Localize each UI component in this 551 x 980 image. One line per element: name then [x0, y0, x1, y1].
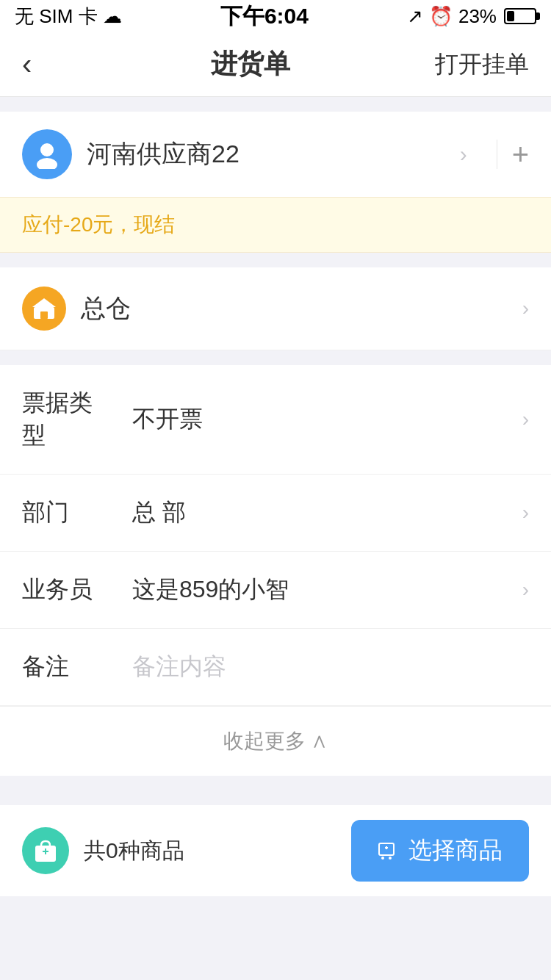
salesperson-value: 这是859的小智 — [110, 574, 522, 606]
notice-text: 应付-20元，现结 — [22, 213, 175, 236]
remark-placeholder: 备注内容 — [110, 651, 529, 683]
department-label: 部门 — [22, 497, 110, 529]
svg-point-11 — [381, 857, 384, 860]
form-section: 票据类型 不开票 › 部门 总 部 › 业务员 这是859的小智 › 备注 备注… — [0, 365, 551, 776]
status-left: 无 SIM 卡 ☁ — [15, 4, 122, 29]
alarm-icon: ⏰ — [429, 5, 453, 28]
supplier-row[interactable]: 河南供应商22 › + — [0, 112, 551, 197]
remark-row[interactable]: 备注 备注内容 — [0, 629, 551, 706]
supplier-section: 河南供应商22 › + 应付-20元，现结 — [0, 112, 551, 253]
battery-percent: 23% — [458, 5, 497, 28]
collapse-button[interactable]: 收起更多 ∧ — [223, 727, 328, 755]
svg-point-0 — [40, 143, 54, 156]
department-chevron-icon: › — [522, 501, 529, 525]
invoice-type-label: 票据类型 — [22, 387, 110, 452]
department-row[interactable]: 部门 总 部 › — [0, 475, 551, 552]
shopping-bag-icon — [32, 837, 60, 865]
goods-count-text: 共0种商品 — [84, 836, 351, 866]
vertical-divider — [497, 140, 497, 169]
battery-icon — [504, 8, 536, 24]
invoice-type-chevron-icon: › — [522, 408, 529, 431]
warehouse-icon — [31, 295, 57, 322]
remark-label: 备注 — [22, 651, 110, 683]
nav-bar: ‹ 进货单 打开挂单 — [0, 32, 551, 97]
section-divider-3 — [0, 350, 551, 365]
open-pending-button[interactable]: 打开挂单 — [435, 48, 529, 81]
supplier-name: 河南供应商22 — [87, 137, 460, 171]
svg-point-1 — [37, 158, 57, 169]
salesperson-row[interactable]: 业务员 这是859的小智 › — [0, 552, 551, 629]
add-supplier-button[interactable]: + — [512, 138, 529, 171]
select-goods-label: 选择商品 — [408, 835, 503, 867]
user-icon — [32, 140, 62, 169]
status-bar: 无 SIM 卡 ☁ 下午6:04 ↗ ⏰ 23% — [0, 0, 551, 32]
back-button[interactable]: ‹ — [22, 48, 66, 81]
supplier-avatar — [22, 129, 72, 179]
notice-bar: 应付-20元，现结 — [0, 197, 551, 253]
svg-marker-3 — [32, 298, 56, 307]
section-divider-1 — [0, 97, 551, 112]
warehouse-label: 总仓 — [81, 292, 522, 325]
invoice-type-row[interactable]: 票据类型 不开票 › — [0, 365, 551, 475]
status-time: 下午6:04 — [220, 1, 309, 32]
salesperson-chevron-icon: › — [522, 578, 529, 602]
salesperson-label: 业务员 — [22, 574, 110, 606]
supplier-chevron-icon: › — [460, 142, 467, 167]
page-title: 进货单 — [211, 46, 290, 82]
invoice-type-value: 不开票 — [110, 403, 522, 436]
select-goods-button[interactable]: 选择商品 — [351, 820, 529, 882]
signal-text: 无 SIM 卡 ☁ — [15, 4, 122, 29]
department-value: 总 部 — [110, 497, 522, 529]
warehouse-chevron-icon: › — [522, 297, 529, 320]
status-right: ↗ ⏰ 23% — [407, 5, 536, 28]
section-divider-2 — [0, 253, 551, 267]
warehouse-icon-wrap — [22, 287, 66, 331]
svg-rect-4 — [40, 311, 48, 319]
warehouse-row[interactable]: 总仓 › — [0, 267, 551, 350]
goods-icon-wrap — [22, 827, 69, 874]
cart-icon — [378, 839, 401, 862]
collapse-row[interactable]: 收起更多 ∧ — [0, 706, 551, 776]
section-divider-4 — [0, 776, 551, 790]
location-icon: ↗ — [407, 5, 423, 28]
bottom-bar: 共0种商品 选择商品 — [0, 805, 551, 896]
svg-point-12 — [389, 857, 392, 860]
